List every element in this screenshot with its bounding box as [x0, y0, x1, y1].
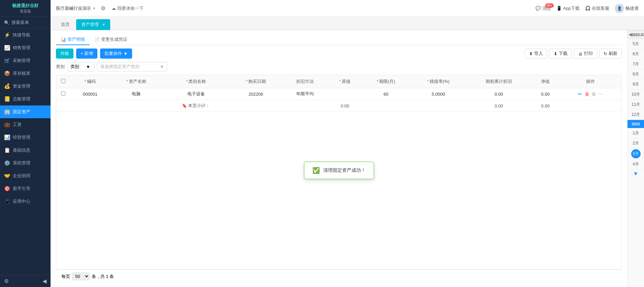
asset-detail-label: 资产明细 — [67, 36, 85, 42]
sidebar-item-label: 新手引导 — [13, 186, 30, 192]
action-icons: ✏ 🗑 ⧉ ⋯ — [562, 91, 619, 97]
messages-badge: 99+ — [545, 3, 554, 8]
tab-assets-mgmt-label: 资产管理 — [81, 22, 99, 27]
row-code: 000001 — [70, 88, 111, 100]
calendar-month-11[interactable]: 11月 — [627, 100, 644, 110]
calendar-items: 5月 6月 7月 8月 9月 10月 11月 12月 2023 1月 2月 3月… — [627, 39, 644, 287]
copy-icon[interactable]: ⧉ — [592, 91, 595, 97]
category-type-select[interactable]: 类别 ▼ — [67, 62, 94, 71]
batch-button[interactable]: 批量操作 ▼ — [100, 49, 132, 59]
calendar-month-5[interactable]: 5月 — [627, 39, 644, 49]
subtotal-icon: 🔖 — [182, 103, 187, 108]
sidebar-header: 畅捷通好业财 普及版 — [0, 0, 51, 17]
cloud-icon: ☁ — [112, 6, 116, 11]
sidebar-item-ledger[interactable]: 📒 总账管理 — [0, 93, 51, 105]
row-residual-rate: 5.0000 — [410, 88, 466, 100]
row-purchase-date: 202206 — [230, 88, 282, 100]
calendar-month-8[interactable]: 8月 — [627, 69, 644, 79]
online-support-button[interactable]: 🎧 在线客服 — [585, 5, 609, 11]
download-icon: ⬇ — [554, 51, 557, 56]
sidebar-item-quick-nav[interactable]: ⚡ 快捷导航 — [0, 29, 51, 41]
category-type-value: 类别 — [70, 64, 79, 70]
sidebar-item-label: 系统管理 — [13, 160, 30, 166]
user-menu[interactable]: 👤 畅捷通 — [615, 4, 639, 13]
calendar-month-9[interactable]: 9月 — [627, 79, 644, 90]
sidebar-item-inventory[interactable]: 📦 库存核算 — [0, 67, 51, 80]
more-icon[interactable]: ⋯ — [598, 91, 603, 97]
right-panel-header: ◀ 2023.03 — [627, 30, 644, 39]
tab-home[interactable]: 首页 — [56, 19, 75, 30]
calendar-month-4[interactable]: 4月 — [627, 159, 644, 169]
sidebar-item-label: 采购管理 — [13, 58, 30, 64]
purchase-icon: 🛒 — [4, 58, 10, 64]
sidebar-item-payroll[interactable]: 💼 工资 — [0, 118, 51, 131]
sidebar-item-label: 基础信息 — [13, 147, 30, 153]
change-voucher-label: 变更生成凭证 — [101, 36, 127, 42]
sidebar-item-operations[interactable]: 📊 经营管理 — [0, 131, 51, 144]
calendar-month-3-current[interactable]: 3月 — [631, 149, 641, 159]
sub-tab-change-voucher[interactable]: 📄 变更生成凭证 — [90, 34, 132, 45]
sidebar-item-fixed-assets[interactable]: 🏢 固定资产 — [0, 105, 51, 118]
calendar-expand-button[interactable]: ▼ — [627, 169, 644, 179]
app-download-button[interactable]: 📱 App下载 — [556, 5, 580, 11]
sidebar-item-sales[interactable]: 📈 销售管理 — [0, 41, 51, 54]
pagination: 每页 20 50 100 条，共 1 条 — [56, 269, 622, 283]
sidebar-item-purchase[interactable]: 🛒 采购管理 — [0, 54, 51, 67]
new-button[interactable]: + 新增 — [76, 49, 97, 59]
sidebar-item-funds[interactable]: 💰 资金管理 — [0, 80, 51, 93]
change-voucher-icon: 📄 — [94, 37, 100, 42]
ledger-icon: 📒 — [4, 96, 10, 102]
year-month-label: 2023.03 — [632, 33, 644, 37]
header-category: *类别名称 — [162, 75, 230, 88]
refresh-label: 刷新 — [609, 51, 617, 57]
inventory-icon: 📦 — [4, 70, 10, 76]
guide-icon: 🎯 — [4, 186, 10, 192]
asset-table: *编码 *资产名称 *类别名称 *购买日期 折旧方法 *原值 *期限(月) *残… — [56, 75, 621, 112]
sidebar-item-basic-info[interactable]: 📋 基础信息 — [0, 144, 51, 157]
reconcile-button[interactable]: 对账 — [56, 49, 73, 59]
calendar-month-7[interactable]: 7月 — [627, 59, 644, 69]
category-select[interactable]: 请选择固定资产类别 ▼ — [97, 62, 167, 71]
app-center-icon: 📱 — [4, 198, 10, 204]
calendar-month-12[interactable]: 12月 — [627, 110, 644, 120]
company-selector[interactable]: 医疗器械行业演示 ▼ — [56, 5, 96, 11]
tabbar: 首页 资产管理 ✕ — [51, 17, 644, 30]
total-label: 条，共 1 条 — [92, 274, 114, 280]
tab-close-button[interactable]: ✕ — [102, 23, 105, 27]
refresh-button[interactable]: ↻ 刷新 — [599, 49, 622, 59]
sidebar-item-enterprise[interactable]: 🤝 企业协同 — [0, 169, 51, 182]
sub-tab-asset-detail[interactable]: 📊 资产明细 — [56, 34, 90, 45]
messages-button[interactable]: 💬 消息 99+ — [535, 5, 551, 11]
sidebar-item-app-center[interactable]: 📱 应用中心 — [0, 195, 51, 208]
calendar-month-10[interactable]: 10月 — [627, 90, 644, 100]
row-initial-depreciation: 0.00 — [466, 88, 531, 100]
sidebar-item-system[interactable]: ⚙️ 系统管理 — [0, 157, 51, 169]
calendar-month-1[interactable]: 1月 — [627, 128, 644, 138]
calendar-month-2[interactable]: 2月 — [627, 138, 644, 149]
per-page-select[interactable]: 20 50 100 — [72, 273, 90, 280]
delete-icon[interactable]: 🗑 — [585, 91, 589, 97]
subtotal-original: 0.00 — [328, 100, 362, 112]
header-initial-depreciation: 期初累计折旧 — [466, 75, 531, 88]
row-checkbox[interactable] — [61, 91, 65, 96]
select-all-checkbox[interactable] — [61, 79, 65, 83]
print-button[interactable]: 🖨 打印 — [574, 49, 597, 59]
sidebar-item-guide[interactable]: 🎯 新手引导 — [0, 182, 51, 195]
import-button[interactable]: ⬆ 导入 — [525, 49, 547, 59]
topbar-settings-button[interactable]: ⚙ — [101, 5, 105, 11]
search-menu-button[interactable]: 🔍 搜索菜单 — [0, 17, 51, 29]
edit-icon[interactable]: ✏ — [578, 91, 582, 97]
collapse-panel-button[interactable]: ◀ — [629, 32, 632, 37]
header-name: *资产名称 — [111, 75, 162, 88]
download-button[interactable]: ⬇ 下载 — [549, 49, 572, 59]
settings-bottom-icon[interactable]: ⚙ — [4, 278, 9, 284]
username: 畅捷通 — [625, 5, 639, 11]
experience-button[interactable]: ☁ 我要体验一下 — [112, 5, 144, 11]
row-name: 电脑 — [111, 88, 162, 100]
row-period: 60 — [362, 88, 410, 100]
print-icon: 🖨 — [578, 51, 583, 56]
calendar-month-6[interactable]: 6月 — [627, 49, 644, 59]
import-icon: ⬆ — [529, 51, 533, 56]
collapse-sidebar-button[interactable]: ◀ — [42, 278, 47, 284]
tab-assets-mgmt[interactable]: 资产管理 ✕ — [76, 19, 110, 30]
